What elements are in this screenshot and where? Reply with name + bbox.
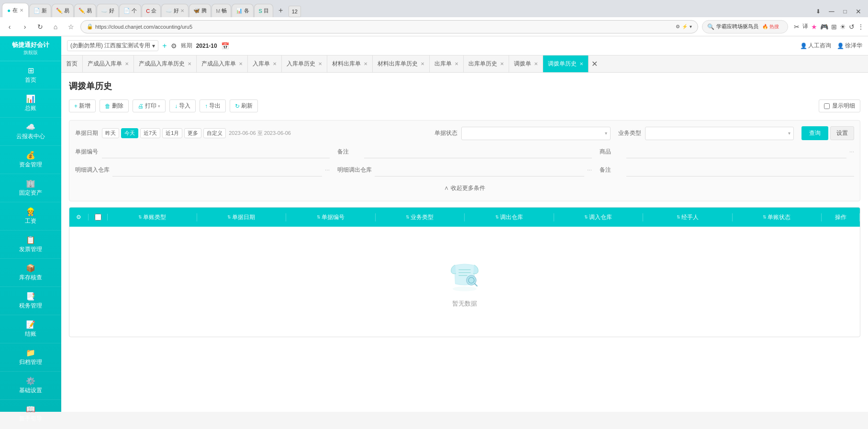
yesterday-btn[interactable]: 昨天	[102, 128, 119, 138]
th-doc-type[interactable]: ⇅ 单账类型	[108, 213, 197, 221]
sidebar-item-payroll[interactable]: 👷 工资	[0, 202, 61, 231]
tab-material-outbound[interactable]: 材料出库单 ✕	[327, 55, 373, 73]
extension-icon-2[interactable]: 🎮	[820, 23, 828, 31]
browser-downloads-icon[interactable]: ⬇	[812, 6, 824, 17]
sidebar-item-ledger[interactable]: 📊 总账	[0, 89, 61, 118]
tab-product-inbound-2[interactable]: 产成品入库单 ✕	[197, 55, 248, 73]
detail-out-input[interactable]	[375, 163, 584, 176]
browser-tab-11[interactable]: 📊各	[232, 4, 254, 17]
address-bar[interactable]: 🔒 https://cloud.chanjet.com/accounting/u…	[80, 20, 698, 33]
browser-tab-7[interactable]: C企	[142, 4, 161, 17]
user-avatar-button[interactable]: 👤 徐泽华	[837, 42, 862, 50]
tab-transfer-history[interactable]: 调拨单历史 ✕	[543, 55, 589, 73]
browser-tab-12[interactable]: S目	[254, 4, 273, 17]
tab-transfer-close-icon[interactable]: ✕	[534, 61, 538, 66]
tab-outbound-history[interactable]: 出库单历史 ✕	[464, 55, 509, 73]
filter-settings-button[interactable]: 设置	[830, 126, 854, 140]
tab-outbound[interactable]: 出库单 ✕	[430, 55, 464, 73]
sidebar-item-archive[interactable]: 📁 归档管理	[0, 343, 61, 372]
sidebar-item-fixed-assets[interactable]: 🏢 固定资产	[0, 174, 61, 202]
th-doc-status[interactable]: ⇅ 单账状态	[733, 213, 822, 221]
new-tab-button[interactable]: +	[275, 4, 287, 17]
scissors-icon[interactable]: ✂	[794, 23, 800, 31]
extension-icon-1[interactable]: ★	[811, 23, 817, 31]
sidebar-item-guide[interactable]: 📖 新手引导	[0, 400, 61, 428]
customer-service-button[interactable]: 👤 人工咨询	[800, 42, 831, 50]
browser-tab-9[interactable]: 🦋腾	[189, 4, 211, 17]
today-btn[interactable]: 今天	[121, 128, 138, 138]
th-checkbox[interactable]	[89, 214, 108, 220]
menu-icon[interactable]: ⋮	[857, 23, 864, 31]
status-select[interactable]: ▾	[461, 127, 611, 140]
week-btn[interactable]: 近7天	[140, 128, 160, 138]
apps-icon[interactable]: ⊞	[831, 23, 837, 31]
tab-product-inbound-history[interactable]: 产成品入库单历史 ✕	[134, 55, 197, 73]
tab-bar-close-button[interactable]: ✕	[589, 55, 600, 73]
refresh-button[interactable]: ↻	[34, 21, 46, 33]
tab-home[interactable]: 首页	[61, 55, 83, 73]
browser-tab-6[interactable]: 📄个	[119, 4, 141, 17]
browser-minimize-icon[interactable]: ─	[826, 6, 837, 17]
tab-inbound[interactable]: 入库单 ✕	[248, 55, 282, 73]
th-doc-date[interactable]: ⇅ 单据日期	[197, 213, 287, 221]
detail-in-more-icon[interactable]: ···	[325, 166, 330, 173]
active-browser-tab[interactable]: ● 在 ✕	[2, 3, 29, 17]
tab-product-inbound[interactable]: 产成品入库单 ✕	[83, 55, 134, 73]
more-btn[interactable]: 更多	[184, 128, 201, 138]
tab-material-outbound-history[interactable]: 材料出库单历史 ✕	[373, 55, 430, 73]
print-button[interactable]: 🖨 打印 ▾	[133, 99, 166, 112]
detail-in-input[interactable]	[112, 163, 322, 176]
tab-material-outbound-history-close-icon[interactable]: ✕	[421, 61, 424, 66]
sidebar-item-home[interactable]: ⊞ 首页	[0, 61, 61, 89]
tab-transfer-history-close-icon[interactable]: ✕	[579, 61, 583, 66]
add-company-button[interactable]: +	[162, 42, 167, 50]
goods-input[interactable]	[626, 145, 846, 158]
browser-tab-4[interactable]: ✏️易	[74, 4, 96, 17]
th-in-warehouse[interactable]: ⇅ 调入仓库	[554, 213, 644, 221]
sidebar-item-settings[interactable]: ⚙️ 基础设置	[0, 372, 61, 400]
tab-product-inbound-history-close-icon[interactable]: ✕	[188, 61, 191, 66]
browser-tab-2[interactable]: 📄新	[29, 4, 51, 17]
custom-btn[interactable]: 自定义	[203, 128, 226, 138]
back-button[interactable]: ‹	[4, 21, 15, 33]
th-handler[interactable]: ⇅ 经手人	[643, 213, 733, 221]
sidebar-item-fund[interactable]: 💰 资金管理	[0, 146, 61, 174]
calendar-icon[interactable]: 📅	[221, 42, 229, 50]
home-button[interactable]: ⌂	[50, 21, 61, 33]
translate-icon[interactable]: 译	[802, 22, 808, 31]
sidebar-item-cloud-report[interactable]: ☁️ 云报表中心	[0, 118, 61, 146]
th-settings[interactable]: ⚙	[69, 214, 89, 220]
forward-button[interactable]: ›	[19, 21, 31, 33]
display-detail-checkbox[interactable]	[824, 103, 830, 109]
sun-icon[interactable]: ☀	[840, 23, 846, 31]
display-detail-button[interactable]: 显示明细	[819, 99, 860, 112]
goods-more-icon[interactable]: ···	[849, 148, 854, 155]
tab-close-icon[interactable]: ✕	[20, 8, 23, 13]
header-settings-icon[interactable]: ⚙	[171, 42, 177, 50]
browser-tab-8-close[interactable]: ✕	[180, 8, 184, 13]
company-selector[interactable]: (勿删勿禁用) 江西服宝测试专用 ▾	[67, 40, 158, 51]
select-all-checkbox[interactable]	[95, 214, 101, 220]
tab-inbound-close-icon[interactable]: ✕	[273, 61, 277, 66]
bookmark-button[interactable]: ☆	[65, 21, 77, 33]
browser-tab-5[interactable]: ☁️好	[97, 4, 119, 17]
delete-button[interactable]: 🗑 删除	[100, 99, 129, 112]
tab-inbound-history[interactable]: 入库单历史 ✕	[282, 55, 327, 73]
detail-remark-input[interactable]	[626, 163, 854, 176]
collapse-button[interactable]: ∧ 收起更多条件	[75, 181, 854, 195]
tab-material-outbound-close-icon[interactable]: ✕	[364, 61, 367, 66]
browser-tab-3[interactable]: ✏️易	[52, 4, 74, 17]
browser-tab-8[interactable]: ☁️好 ✕	[161, 4, 189, 17]
sidebar-item-close-books[interactable]: 📝 结账	[0, 315, 61, 343]
sidebar-item-invoice[interactable]: 📋 发票管理	[0, 231, 61, 259]
new-button[interactable]: + 新增	[69, 99, 96, 112]
tab-product-inbound-2-close-icon[interactable]: ✕	[239, 61, 243, 66]
tab-inbound-history-close-icon[interactable]: ✕	[318, 61, 322, 66]
tab-product-inbound-close-icon[interactable]: ✕	[125, 61, 129, 66]
browser-search-bar[interactable]: 🔍 学霸应聘场驱鸟员 🔥 热搜	[702, 20, 788, 33]
tab-outbound-history-close-icon[interactable]: ✕	[500, 61, 504, 66]
export-button[interactable]: ↑ 导出	[200, 99, 226, 112]
doc-num-input[interactable]	[102, 145, 330, 158]
import-button[interactable]: ↓ 导入	[169, 99, 196, 112]
browser-tab-10[interactable]: M畅	[211, 4, 231, 17]
